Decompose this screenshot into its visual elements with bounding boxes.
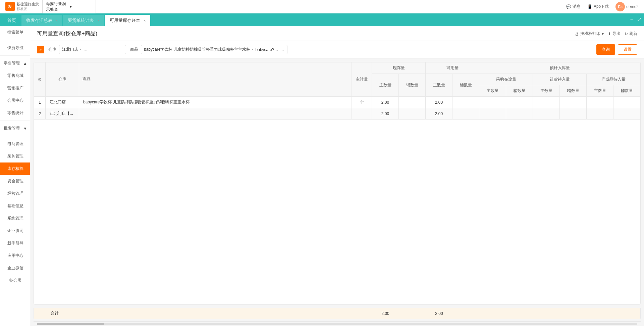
- export-btn[interactable]: ⬆ 导出: [608, 31, 621, 37]
- logo-icon: 好: [5, 2, 15, 11]
- cell-product-2: [79, 108, 352, 120]
- product-filter-dots[interactable]: …: [280, 47, 284, 52]
- tab-available-stock-label: 可用量库存账本: [110, 17, 140, 24]
- cell-inbound-aux-1: [560, 97, 587, 108]
- username: demo2: [626, 4, 639, 9]
- filter-bar: » 仓库 江北门店 × … 商品 babycare学饮杯 儿童防摔防撞吸管杯重力…: [30, 41, 644, 58]
- cell-index-2: 2: [34, 108, 46, 120]
- tab-receipt-label: 收发存汇总表: [26, 17, 52, 24]
- product-filter-input[interactable]: babycare学饮杯 儿童防摔防撞吸管杯重力球吸嘴杯宝宝水杯 × babyca…: [141, 45, 287, 54]
- message-label: 消息: [573, 4, 581, 9]
- cell-avail-aux-2: [452, 108, 479, 120]
- app-download-btn[interactable]: 📱 App下载: [587, 4, 609, 9]
- sidebar-item-retail-stats[interactable]: 零售统计: [0, 107, 30, 119]
- top-bar-left: 好 畅捷通好生意 标准版 母婴行业演示账套 ▾: [5, 0, 96, 14]
- user-area[interactable]: Ea demo2: [615, 2, 639, 11]
- th-inbound-group: 进货待入量: [533, 74, 587, 85]
- cell-warehouse-1: 江北门店: [46, 97, 79, 108]
- tab-order-stat[interactable]: 要货单统计表 ×: [63, 15, 104, 26]
- tab-maximize-icon[interactable]: ⤢: [637, 16, 641, 22]
- logo-area: 好 畅捷通好生意 标准版: [5, 2, 39, 11]
- sidebar-item-marketing[interactable]: 营销推广: [0, 82, 30, 94]
- template-print-label: 按模板打印: [580, 31, 600, 37]
- horizontal-scrollbar[interactable]: [34, 321, 641, 326]
- query-button[interactable]: 查询: [596, 44, 615, 55]
- table-wrapper: ⚙ 仓库 商品 主计量 现存量 可用量 预计入库量 主数量 辅数量 主数量 辅数…: [34, 62, 641, 305]
- product-tag-1-close[interactable]: ×: [252, 48, 254, 51]
- data-table: ⚙ 仓库 商品 主计量 现存量 可用量 预计入库量 主数量 辅数量 主数量 辅数…: [34, 62, 640, 120]
- sidebar-item-retail-mall[interactable]: 零售商城: [0, 69, 30, 82]
- sidebar-retail-label: 零售管理: [4, 60, 20, 66]
- summary-stock-main: 2.00: [372, 311, 399, 316]
- th-purchased-main: 主数量: [479, 85, 506, 97]
- template-print-btn[interactable]: 🖨 按模板打印 ▾: [575, 31, 604, 37]
- gear-icon[interactable]: ⚙: [38, 77, 42, 82]
- sidebar-item-operations[interactable]: 经营管理: [0, 187, 30, 200]
- tab-order-stat-close[interactable]: ×: [97, 18, 99, 22]
- product-filter-label: 商品: [130, 47, 138, 52]
- sidebar-item-app-center[interactable]: 应用中心: [0, 249, 30, 262]
- warehouse-filter-label: 仓库: [48, 47, 56, 52]
- product-tag-2: babycare?…: [256, 47, 278, 52]
- sidebar-item-finance[interactable]: 资金管理: [0, 175, 30, 187]
- setting-button[interactable]: 设置: [618, 44, 637, 55]
- warehouse-tag-close[interactable]: ×: [79, 48, 82, 51]
- th-avail-aux: 辅数量: [452, 74, 479, 97]
- tab-available-stock-close[interactable]: ×: [144, 18, 146, 22]
- th-stock-aux: 辅数量: [399, 74, 426, 97]
- sidebar-item-wholesale-mgmt[interactable]: 批发管理 ▼: [0, 122, 30, 135]
- logo-text-block: 畅捷通好生意 标准版: [17, 2, 39, 11]
- sidebar-item-new-guide[interactable]: 新手引导: [0, 237, 30, 249]
- logo-sub: 标准版: [17, 7, 39, 11]
- tab-home[interactable]: 首页: [3, 15, 21, 26]
- th-warehouse: 仓库: [46, 62, 79, 97]
- cell-unit-2: [352, 108, 372, 120]
- tab-receipt[interactable]: 收发存汇总表 ×: [21, 15, 62, 26]
- main-layout: 搜索菜单 快捷导航 零售管理 ▲ 零售商城 营销推广 会员中心 零售统计 批发管…: [0, 26, 644, 326]
- sidebar-item-member-center[interactable]: 会员中心: [0, 94, 30, 107]
- warehouse-tag: 江北门店 ×: [62, 47, 82, 52]
- cell-production-main-2: [587, 108, 613, 120]
- refresh-label: 刷新: [629, 31, 637, 37]
- scroll-thumb[interactable]: [37, 323, 104, 325]
- cell-inbound-main-1: [533, 97, 560, 108]
- sidebar-item-search[interactable]: 搜索菜单: [0, 26, 30, 39]
- sidebar-item-vip-member[interactable]: 畅会员: [0, 274, 30, 287]
- sidebar-item-enterprise-collab[interactable]: 企业协同: [0, 225, 30, 237]
- app-icon: 📱: [587, 4, 592, 9]
- sidebar-item-purchase[interactable]: 采购管理: [0, 150, 30, 162]
- warehouse-filter-input[interactable]: 江北门店 × …: [59, 45, 126, 54]
- cell-unit-1: 个: [352, 97, 372, 108]
- tab-spacer: [151, 13, 628, 26]
- tab-minimize-icon[interactable]: －: [629, 16, 634, 23]
- cell-inbound-aux-2: [560, 108, 587, 120]
- content-area: 可用量查询(按仓库+商品) 🖨 按模板打印 ▾ ⬆ 导出 ↻ 刷新 »: [30, 26, 644, 326]
- cell-purchased-main-2: [479, 108, 506, 120]
- message-icon: 💬: [566, 4, 571, 9]
- sidebar-item-stock-audit[interactable]: 库存核算: [0, 162, 30, 175]
- th-production-main: 主数量: [587, 85, 613, 97]
- refresh-btn[interactable]: ↻ 刷新: [625, 31, 637, 37]
- cell-production-main-1: [587, 97, 613, 108]
- th-available-group: 可用量: [426, 62, 479, 74]
- sidebar-item-ecommerce[interactable]: 电商管理: [0, 138, 30, 150]
- tab-receipt-close[interactable]: ×: [56, 18, 58, 22]
- store-selector[interactable]: 母婴行业演示账套 ▾: [42, 0, 96, 14]
- th-main-unit: 主计量: [352, 62, 372, 97]
- message-btn[interactable]: 💬 消息: [566, 4, 581, 9]
- store-name: 母婴行业演示账套: [46, 1, 68, 12]
- warehouse-filter-dots[interactable]: …: [84, 47, 88, 52]
- sidebar-item-enterprise-wechat[interactable]: 企业微信: [0, 262, 30, 274]
- sidebar-divider-2: [0, 55, 30, 56]
- cell-purchased-aux-1: [506, 97, 533, 108]
- sidebar-item-basic-info[interactable]: 基础信息: [0, 200, 30, 212]
- sidebar-item-system[interactable]: 系统管理: [0, 212, 30, 225]
- refresh-icon: ↻: [625, 32, 628, 36]
- cell-avail-aux-1: [452, 97, 479, 108]
- filter-expand-btn[interactable]: »: [37, 46, 44, 53]
- sidebar-item-retail-mgmt[interactable]: 零售管理 ▲: [0, 57, 30, 69]
- tab-available-stock[interactable]: 可用量库存账本 ×: [105, 15, 150, 26]
- sidebar-item-quick-nav[interactable]: 快捷导航: [0, 42, 30, 54]
- top-bar-right: 💬 消息 📱 App下载 Ea demo2: [566, 2, 639, 11]
- cell-purchased-aux-2: [506, 108, 533, 120]
